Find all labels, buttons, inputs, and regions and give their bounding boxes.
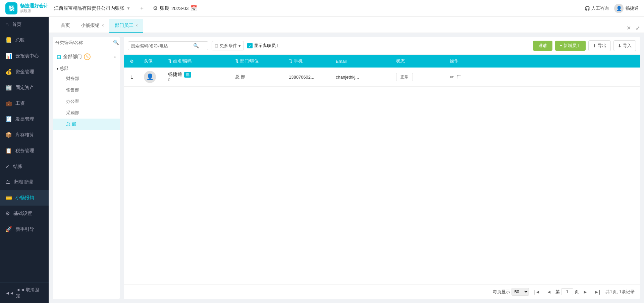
- emp-name: 畅捷通: [168, 72, 182, 78]
- col-dept-pos[interactable]: ⇅ 部门/职位: [231, 55, 285, 68]
- emp-search-icon[interactable]: 🔍: [193, 43, 199, 48]
- col-settings[interactable]: ⚙: [124, 55, 140, 68]
- row-email: chanjethkj...: [332, 68, 392, 87]
- top-bar: 畅 畅捷通好会计 旗舰版 江西服宝精品有限责任公司内账张 ▼ ＋ ⚙ 账期 20…: [0, 0, 644, 17]
- tab-dept-emp-label: 部门员工: [115, 23, 133, 29]
- row-num: 1: [124, 68, 140, 87]
- filter-button[interactable]: ⊟ 更多条件 ▾: [212, 41, 244, 50]
- row-phone: 138070602...: [285, 68, 332, 87]
- sidebar-item-label: 基础设置: [13, 211, 32, 217]
- dept-all-label: 全部部门: [63, 54, 82, 60]
- reports-icon: 📊: [5, 53, 12, 59]
- page-unit: 页: [575, 289, 579, 295]
- emp-search-input[interactable]: [131, 43, 191, 48]
- top-bar-actions: ＋ ⚙: [137, 4, 160, 13]
- per-page-select[interactable]: 50 100 200: [512, 288, 529, 296]
- sidebar-item-ledger[interactable]: 📒 总账: [0, 32, 49, 48]
- first-page-button[interactable]: |◄: [532, 288, 543, 296]
- logout-icon[interactable]: ⬚: [457, 74, 462, 80]
- close-tab-icon[interactable]: ✕: [625, 24, 632, 33]
- tab-expense-close-icon[interactable]: ×: [102, 23, 104, 28]
- sidebar-item-label: 发票管理: [15, 116, 34, 122]
- tab-expense[interactable]: 小畅报销 ×: [75, 19, 109, 33]
- dept-parent-row[interactable]: ▾ 总部: [53, 63, 120, 73]
- sidebar-item-archive[interactable]: 🗂 归档管理: [0, 174, 49, 190]
- salary-icon: 💼: [5, 100, 12, 106]
- col-phone[interactable]: ⇅ 手机: [285, 55, 332, 68]
- sidebar-item-fixed[interactable]: 🏢 固定资产: [0, 80, 49, 95]
- company-selector[interactable]: 江西服宝精品有限责任公司内账张 ▼: [54, 5, 130, 11]
- cancel-fixed-button[interactable]: ◄◄ ◄◄ 取消固定: [0, 283, 49, 303]
- filter-icon: ⊟: [215, 43, 218, 48]
- dept-collapse-icon[interactable]: «: [113, 54, 116, 59]
- settings-icon[interactable]: ⚙: [151, 4, 160, 13]
- sidebar-item-tax[interactable]: 📋 税务管理: [0, 143, 49, 159]
- dept-node-sales[interactable]: 销售部: [53, 84, 120, 96]
- emp-email: chanjethkj...: [336, 75, 359, 80]
- archive-icon: 🗂: [5, 179, 11, 185]
- dept-all-row[interactable]: ⊞ 全部部门 ✎ «: [53, 51, 120, 63]
- tab-dept-emp[interactable]: 部门员工 ×: [109, 19, 143, 33]
- show-resigned-toggle[interactable]: ✓ 显示离职员工: [247, 43, 280, 49]
- dept-node-office[interactable]: 办公室: [53, 96, 120, 107]
- invite-button[interactable]: 邀请: [533, 41, 552, 51]
- export-button[interactable]: ⬆ 导出: [588, 40, 611, 51]
- sidebar-item-invoice[interactable]: 🧾 发票管理: [0, 111, 49, 127]
- emp-table: ⚙ 头像 ⇅ 姓名/编码 ⇅ 部门/职位 ⇅ 手机 Email 状态 操作: [124, 55, 640, 284]
- show-resigned-checkbox-icon: ✓: [247, 43, 253, 48]
- sidebar-item-funds[interactable]: 💰 资金管理: [0, 64, 49, 80]
- user-name: 畅捷通: [626, 5, 639, 11]
- sidebar-item-label: 小畅报销: [15, 195, 34, 201]
- user-area[interactable]: 👤 畅捷通: [614, 4, 639, 13]
- dept-badge: 部: [184, 72, 191, 78]
- prev-page-button[interactable]: ◄: [544, 288, 554, 296]
- add-button[interactable]: ＋: [137, 4, 147, 13]
- sidebar-item-salary[interactable]: 💼 工资: [0, 95, 49, 111]
- page-label: 第: [555, 289, 560, 295]
- page-content: 🔍 ⊞ 全部部门 ✎ « ▾ 总部 财务部 销售部 办公室: [49, 33, 644, 303]
- period-value: 2023-03: [171, 6, 189, 11]
- sidebar-item-reports[interactable]: 📊 云报表中心: [0, 48, 49, 64]
- sidebar-item-label: 资金管理: [15, 69, 34, 75]
- dept-tree: ⊞ 全部部门 ✎ « ▾ 总部 财务部 销售部 办公室 采购部 总 部: [53, 48, 120, 299]
- logo-text: 畅捷通好会计: [20, 3, 48, 9]
- sidebar-item-settings[interactable]: ⚙ 基础设置: [0, 206, 49, 221]
- sidebar-item-label: 总账: [15, 37, 25, 43]
- dept-search-input[interactable]: [55, 40, 112, 45]
- sidebar-item-label: 归档管理: [14, 179, 33, 185]
- sidebar-item-guide[interactable]: 🚀 新手引导: [0, 221, 49, 237]
- export-label: 导出: [598, 43, 606, 49]
- grid-icon: ⊞: [57, 54, 61, 60]
- expand-tab-icon[interactable]: ⤢: [634, 24, 641, 33]
- sidebar-item-home[interactable]: ⌂ 首页: [0, 17, 49, 32]
- calendar-icon[interactable]: 📅: [191, 5, 197, 11]
- dept-search-icon[interactable]: 🔍: [113, 40, 119, 45]
- dept-node-general[interactable]: 总 部: [53, 119, 120, 130]
- sidebar-item-checkout[interactable]: ✓ 结账: [0, 159, 49, 174]
- emp-search-box: 🔍: [128, 41, 208, 50]
- dept-node-procurement[interactable]: 采购部: [53, 107, 120, 119]
- tab-dept-emp-close-icon[interactable]: ×: [136, 23, 138, 28]
- col-avatar: 头像: [140, 55, 164, 68]
- col-name-code[interactable]: ⇅ 姓名/编码: [164, 55, 231, 68]
- dept-node-finance[interactable]: 财务部: [53, 73, 120, 84]
- dept-edit-circle-icon[interactable]: ✎: [84, 53, 91, 60]
- add-employee-button[interactable]: + 新增员工: [555, 41, 586, 51]
- headset-icon: 🎧: [585, 6, 590, 11]
- support-button[interactable]: 🎧 人工咨询: [585, 5, 609, 11]
- sidebar-item-expense[interactable]: 💳 小畅报销: [0, 190, 49, 206]
- triangle-icon: ▾: [57, 67, 58, 71]
- last-page-button[interactable]: ►|: [592, 288, 603, 296]
- row-name-code: 畅捷通 部 0: [164, 68, 231, 87]
- page-number-input[interactable]: [561, 288, 573, 295]
- import-button[interactable]: ⬇ 导入: [613, 40, 636, 51]
- edit-icon[interactable]: ✏: [450, 74, 454, 80]
- logo-area: 畅 畅捷通好会计 旗舰版: [5, 2, 54, 14]
- next-page-button[interactable]: ►: [580, 288, 590, 296]
- sidebar-item-inventory[interactable]: 📦 库存核算: [0, 127, 49, 143]
- sidebar-item-label: 库存核算: [15, 132, 34, 138]
- filter-chevron-icon: ▾: [238, 43, 241, 48]
- col-status: 状态: [392, 55, 446, 68]
- tab-home[interactable]: 首页: [55, 19, 75, 33]
- sidebar-item-label: 新手引导: [15, 226, 34, 232]
